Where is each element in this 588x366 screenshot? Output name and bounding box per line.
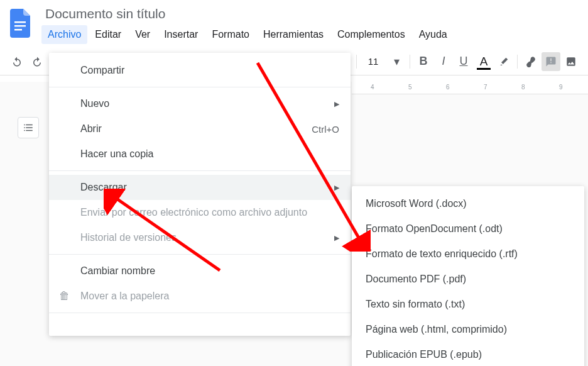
- separator: [49, 254, 351, 255]
- menu-item-cambiar-nombre[interactable]: Cambiar nombre: [49, 258, 351, 284]
- menu-item-label: Hacer una copia: [80, 148, 154, 160]
- separator: [49, 170, 351, 171]
- comment-icon[interactable]: [542, 52, 560, 71]
- chevron-down-icon[interactable]: ▾: [387, 52, 406, 71]
- menu-item-publicar[interactable]: [49, 317, 351, 331]
- outline-toggle-button[interactable]: [18, 117, 39, 138]
- menu-ayuda[interactable]: Ayuda: [413, 25, 454, 44]
- download-txt[interactable]: Texto sin formato (.txt): [352, 292, 584, 317]
- ruler-tick: 6: [446, 84, 450, 91]
- separator: [49, 87, 351, 87]
- shortcut-label: Ctrl+O: [312, 124, 339, 135]
- image-icon[interactable]: [562, 52, 580, 71]
- ruler: 4 5 6 7 8 9: [352, 82, 588, 94]
- menu-ver[interactable]: Ver: [129, 25, 156, 44]
- download-odt[interactable]: Formato OpenDocument (.odt): [352, 216, 584, 241]
- menu-item-label: Cambiar nombre: [80, 265, 155, 277]
- bold-button[interactable]: B: [414, 52, 433, 71]
- underline-button[interactable]: U: [454, 52, 473, 71]
- menu-archivo[interactable]: Archivo: [41, 25, 87, 44]
- menu-item-label: Mover a la papelera: [80, 291, 169, 302]
- menu-item-descargar[interactable]: Descargar▶: [49, 175, 351, 200]
- menu-editar[interactable]: Editar: [89, 25, 128, 44]
- file-menu-dropdown: Compartir Nuevo▶ AbrirCtrl+O Hacer una c…: [49, 53, 351, 336]
- text-color-button[interactable]: A: [474, 52, 493, 71]
- menu-item-label: Compartir: [80, 65, 124, 76]
- menubar: Archivo Editar Ver Insertar Formato Herr…: [41, 25, 580, 44]
- svg-rect-1: [14, 25, 26, 27]
- download-html[interactable]: Página web (.html, comprimido): [352, 317, 584, 342]
- svg-rect-2: [14, 29, 22, 31]
- download-rtf[interactable]: Formato de texto enriquecido (.rtf): [352, 241, 584, 267]
- menu-item-papelera: 🗑Mover a la papelera: [49, 284, 351, 309]
- menu-complementos[interactable]: Complementos: [331, 25, 411, 44]
- menu-formato[interactable]: Formato: [205, 25, 256, 44]
- ruler-tick: 9: [559, 84, 563, 91]
- highlight-button[interactable]: [494, 52, 513, 71]
- trash-icon: 🗑: [59, 290, 70, 302]
- menu-item-historial: Historial de versiones▶: [49, 225, 351, 250]
- submenu-arrow-icon: ▶: [334, 100, 339, 108]
- font-size-input[interactable]: 11: [361, 56, 386, 67]
- menu-item-label: Historial de versiones: [80, 232, 177, 243]
- separator: [49, 313, 351, 313]
- menu-item-enviar-correo: Enviar por correo electrónico como archi…: [49, 200, 351, 225]
- menu-item-label: Nuevo: [80, 98, 109, 109]
- ruler-tick: 5: [408, 84, 412, 91]
- doc-info: Documento sin título Archivo Editar Ver …: [41, 5, 580, 44]
- ruler-tick: 8: [521, 84, 525, 91]
- separator: [356, 55, 357, 69]
- download-pdf[interactable]: Documento PDF (.pdf): [352, 267, 584, 292]
- menu-insertar[interactable]: Insertar: [158, 25, 204, 44]
- submenu-arrow-icon: ▶: [334, 234, 339, 242]
- download-submenu: Microsoft Word (.docx) Formato OpenDocum…: [352, 186, 584, 366]
- menu-item-label: Enviar por correo electrónico como archi…: [80, 207, 307, 218]
- separator: [517, 55, 518, 69]
- submenu-arrow-icon: ▶: [334, 184, 339, 192]
- docs-logo-icon[interactable]: [8, 8, 33, 38]
- menu-item-label: Abrir: [80, 123, 102, 135]
- menu-item-hacer-copia[interactable]: Hacer una copia: [49, 141, 351, 167]
- download-epub[interactable]: Publicación EPUB (.epub): [352, 342, 584, 366]
- redo-icon[interactable]: [28, 52, 46, 71]
- menu-item-label: Descargar: [80, 182, 127, 193]
- separator: [410, 55, 410, 69]
- undo-icon[interactable]: [8, 52, 26, 71]
- header: Documento sin título Archivo Editar Ver …: [0, 0, 588, 44]
- menu-item-abrir[interactable]: AbrirCtrl+O: [49, 116, 351, 141]
- italic-button[interactable]: I: [434, 52, 453, 71]
- ruler-tick: 4: [371, 84, 374, 91]
- menu-item-compartir[interactable]: Compartir: [49, 58, 351, 83]
- svg-rect-0: [14, 21, 26, 23]
- doc-title[interactable]: Documento sin título: [41, 5, 580, 23]
- link-icon[interactable]: [521, 52, 540, 71]
- download-docx[interactable]: Microsoft Word (.docx): [352, 191, 584, 216]
- menu-herramientas[interactable]: Herramientas: [257, 25, 330, 44]
- ruler-tick: 7: [484, 84, 487, 91]
- menu-item-nuevo[interactable]: Nuevo▶: [49, 91, 351, 116]
